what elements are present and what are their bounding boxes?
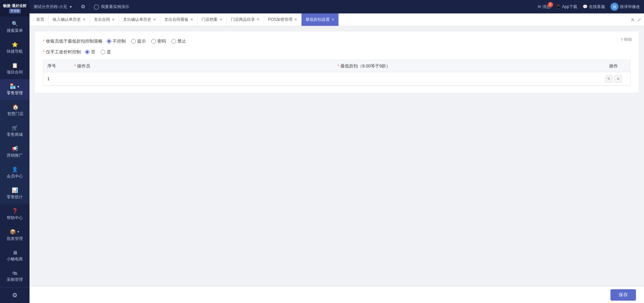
content-area: ? 帮助 * 收银员低于最低折扣控制策略 不控制 提示 bbox=[30, 26, 644, 286]
option-no-control[interactable]: 不控制 bbox=[107, 38, 126, 44]
th-operator-required: * bbox=[74, 63, 76, 68]
option-no[interactable]: 否 bbox=[85, 49, 95, 55]
tab-payment-contract-close[interactable]: ✕ bbox=[112, 17, 115, 22]
manual-price-text: 仅手工改价时控制 bbox=[46, 49, 81, 54]
user-avatar: 徐 bbox=[610, 3, 619, 11]
tab-income-history[interactable]: 收入确认单历史 ✕ bbox=[49, 13, 90, 26]
tab-income-history-close[interactable]: ✕ bbox=[83, 17, 86, 22]
retail-arrow-icon: ▲ bbox=[17, 85, 20, 88]
sidebar-item-help[interactable]: ❓ 帮助中心 bbox=[0, 204, 30, 225]
tab-store-file[interactable]: 门店档案 ✕ bbox=[198, 13, 227, 26]
topbar-user[interactable]: 徐 徐泽华修改 bbox=[610, 3, 640, 11]
tab-payment-history-label: 支出确认单历史 bbox=[123, 17, 151, 22]
topbar-project[interactable]: 测试分开历程-小兄 ▼ bbox=[34, 4, 72, 10]
tab-home-label: 首页 bbox=[36, 17, 44, 22]
sidebar-item-marketing[interactable]: 📢 营销推广 bbox=[0, 142, 30, 162]
th-seq: 序号 bbox=[43, 63, 70, 69]
tab-store-product-close[interactable]: ✕ bbox=[257, 17, 260, 22]
tab-min-discount-close[interactable]: ✕ bbox=[331, 17, 334, 22]
discount-policy-row: * 收银员低于最低折扣控制策略 不控制 提示 密码 bbox=[43, 38, 631, 44]
th-discount-required: * bbox=[337, 63, 339, 68]
question-icon: ? bbox=[621, 38, 623, 42]
tabs-bar: 首页 收入确认单历史 ✕ 支出合同 ✕ 支出确认单历史 ✕ 支出合同看板 ✕ 门… bbox=[30, 13, 644, 26]
star-icon: ⭐ bbox=[12, 42, 18, 48]
tab-payment-contract[interactable]: 支出合同 ✕ bbox=[90, 13, 119, 26]
save-button[interactable]: 保存 bbox=[610, 289, 636, 301]
member-icon: 👤 bbox=[12, 166, 18, 172]
help-icon: ❓ bbox=[12, 208, 18, 214]
help-button[interactable]: ? 帮助 bbox=[621, 37, 632, 43]
radio-yes[interactable] bbox=[101, 50, 105, 54]
sidebar-item-online-store[interactable]: 🛒 零售商城 bbox=[0, 121, 30, 142]
sidebar-item-shortcut-label: 快捷导航 bbox=[7, 49, 23, 54]
tab-payment-board[interactable]: 支出合同看板 ✕ bbox=[160, 13, 198, 26]
sidebar-item-inventory[interactable]: 📦 库存核算 bbox=[0, 287, 30, 287]
logo-badge: 专业版 bbox=[9, 9, 21, 13]
sidebar-item-retail-stat-label: 零售统计 bbox=[7, 194, 23, 200]
sidebar-item-shortcut[interactable]: ⭐ 快捷导航 bbox=[0, 38, 30, 58]
topbar-demo[interactable]: ◯ 我要看实例演示 bbox=[94, 4, 129, 10]
sidebar-settings-button[interactable]: ⚙ bbox=[0, 287, 30, 303]
app-label: App下载 bbox=[562, 4, 577, 10]
manual-price-label: * 仅手工改价时控制 bbox=[43, 49, 81, 55]
option-password[interactable]: 密码 bbox=[151, 38, 166, 44]
tab-payment-board-close[interactable]: ✕ bbox=[190, 17, 193, 22]
tab-store-product[interactable]: 门店商品目录 ✕ bbox=[227, 13, 264, 26]
radio-remind[interactable] bbox=[131, 39, 136, 44]
tab-close-all-icon[interactable]: ✕ bbox=[631, 17, 635, 22]
sidebar-item-member[interactable]: 👤 会员中心 bbox=[0, 162, 30, 183]
th-operator-label: 操作员 bbox=[77, 63, 90, 68]
tab-expand-icon[interactable]: ⤢ bbox=[637, 17, 641, 22]
tab-min-discount[interactable]: 最低折扣设置 ✕ bbox=[302, 13, 339, 26]
tab-income-history-label: 收入确认单历史 bbox=[53, 17, 81, 22]
radio-forbid[interactable] bbox=[171, 39, 176, 44]
tabs-actions: ✕ ⤢ bbox=[631, 17, 641, 22]
sidebar-menu: 🔍 搜索菜单 ⭐ 快捷导航 📋 项目合同 🏪 ▲ 零售管理 🏠 智慧门店 🛒 零… bbox=[0, 17, 30, 287]
sidebar-item-wholesale[interactable]: 📦 ▼ 批发管理 bbox=[0, 225, 30, 246]
sidebar-item-purchase[interactable]: 🛍 采购管理 bbox=[0, 266, 30, 287]
table-header: 序号 * 操作员 * 最低折扣（9.00等于9折） 操作 bbox=[43, 60, 630, 72]
radio-no[interactable] bbox=[85, 50, 90, 54]
option-yes[interactable]: 是 bbox=[101, 49, 111, 55]
project-name: 测试分开历程-小兄 bbox=[34, 4, 67, 10]
topbar: 测试分开历程-小兄 ▼ ⚙ ◯ 我要看实例演示 ✉ 消息 8 📱 App下载 💬… bbox=[30, 0, 644, 13]
tab-payment-history-close[interactable]: ✕ bbox=[153, 17, 156, 22]
main-area: 测试分开历程-小兄 ▼ ⚙ ◯ 我要看实例演示 ✉ 消息 8 📱 App下载 💬… bbox=[30, 0, 644, 303]
sidebar-item-retail-stat[interactable]: 📊 零售统计 bbox=[0, 183, 30, 204]
th-operator: * 操作员 bbox=[70, 63, 333, 69]
topbar-app-download[interactable]: 📱 App下载 bbox=[556, 4, 577, 10]
sidebar-item-contract[interactable]: 📋 项目合同 bbox=[0, 58, 30, 79]
option-forbid[interactable]: 禁止 bbox=[171, 38, 186, 44]
tab-home[interactable]: 首页 bbox=[32, 13, 49, 26]
discount-policy-label: * 收银员低于最低折扣控制策略 bbox=[43, 38, 103, 44]
option-no-label: 否 bbox=[91, 49, 95, 55]
tab-payment-contract-label: 支出合同 bbox=[94, 17, 110, 22]
sidebar-item-retail[interactable]: 🏪 ▲ 零售管理 bbox=[0, 79, 30, 100]
sidebar-item-ecommerce[interactable]: 🖥 小畅电商 bbox=[0, 246, 30, 266]
edit-row-button[interactable]: ✎ bbox=[605, 75, 612, 83]
radio-no-control[interactable] bbox=[107, 39, 111, 44]
sidebar-item-help-label: 帮助中心 bbox=[7, 215, 23, 221]
tab-pos-password-close[interactable]: ✕ bbox=[294, 17, 297, 22]
service-label: 在线客服 bbox=[589, 4, 605, 10]
topbar-settings-button[interactable]: ⚙ bbox=[81, 4, 85, 10]
topbar-online-service[interactable]: 💬 在线客服 bbox=[583, 4, 605, 10]
option-remind[interactable]: 提示 bbox=[131, 38, 146, 44]
td-seq-1: 1 bbox=[43, 76, 70, 81]
tab-pos-password[interactable]: POS加密管理 ✕ bbox=[264, 13, 302, 26]
sidebar-item-search[interactable]: 🔍 搜索菜单 bbox=[0, 17, 30, 38]
topbar-message[interactable]: ✉ 消息 8 bbox=[538, 4, 550, 10]
delete-row-button[interactable]: ✕ bbox=[614, 75, 622, 83]
sidebar-item-wholesale-label: 批发管理 bbox=[7, 236, 23, 242]
tab-payment-history[interactable]: 支出确认单历史 ✕ bbox=[119, 13, 160, 26]
sidebar-item-ecommerce-label: 小畅电商 bbox=[7, 256, 23, 262]
tab-store-file-close[interactable]: ✕ bbox=[219, 17, 222, 22]
retail-icon: 🏪 bbox=[10, 83, 16, 89]
search-icon: 🔍 bbox=[12, 21, 18, 27]
radio-password[interactable] bbox=[151, 39, 156, 44]
option-forbid-label: 禁止 bbox=[177, 38, 186, 44]
tab-payment-board-label: 支出合同看板 bbox=[164, 17, 189, 22]
message-badge: 8 bbox=[548, 2, 553, 7]
sidebar-item-smart-store[interactable]: 🏠 智慧门店 bbox=[0, 100, 30, 121]
th-discount-label: 最低折扣（9.00等于9折） bbox=[340, 63, 391, 68]
